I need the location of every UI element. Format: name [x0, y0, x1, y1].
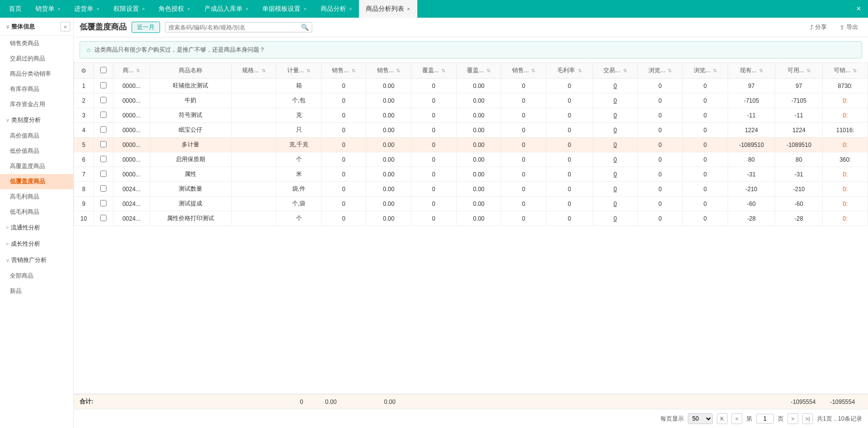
row-transaction[interactable]: 0 [593, 138, 638, 152]
row-transaction[interactable]: 0 [593, 93, 638, 108]
sidebar-item-all-goods[interactable]: 全部商品 [0, 268, 73, 284]
row-checkbox-cell[interactable] [94, 182, 113, 197]
col-sales-qty[interactable]: 销售... ⇅ [321, 63, 366, 79]
row-checkbox-cell[interactable] [94, 138, 113, 152]
transaction-link[interactable]: 0 [614, 83, 617, 89]
nav-tab-purchase[interactable]: 进货单 × [67, 0, 106, 18]
first-page-button[interactable]: K [717, 413, 728, 424]
sidebar-item-low-margin[interactable]: 低毛利商品 [0, 204, 73, 220]
row-transaction[interactable]: 0 [593, 167, 638, 182]
col-views1[interactable]: 浏览... ⇅ [638, 63, 683, 79]
row-checkbox[interactable] [100, 112, 107, 118]
nav-tab-analysis[interactable]: 商品分析 × [314, 0, 359, 18]
col-gross-margin[interactable]: 毛利率 ⇅ [546, 63, 593, 79]
export-button[interactable]: ⇧ 导出 [836, 22, 862, 33]
sidebar-section-circulation[interactable]: > 流通性分析 [0, 220, 73, 236]
close-icon[interactable]: × [187, 6, 190, 12]
transaction-link[interactable]: 0 [614, 215, 617, 222]
sidebar-item-new-goods[interactable]: 新品 [0, 284, 73, 299]
sidebar-section-marketing[interactable]: ∨ 营销推广分析 [0, 252, 73, 268]
close-icon[interactable]: × [142, 6, 145, 12]
sidebar-section-category[interactable]: ∨ 类别度分析 [0, 112, 73, 128]
nav-tab-template[interactable]: 单据模板设置 × [255, 0, 313, 18]
row-transaction[interactable]: 0 [593, 152, 638, 167]
row-checkbox[interactable] [100, 156, 107, 162]
row-checkbox-cell[interactable] [94, 167, 113, 182]
nav-tab-production[interactable]: 产成品入库单 × [197, 0, 255, 18]
col-views2[interactable]: 浏览... ⇅ [683, 63, 728, 79]
transaction-link[interactable]: 0 [614, 112, 617, 119]
row-checkbox[interactable] [100, 185, 107, 192]
transaction-link[interactable]: 0 [614, 171, 617, 178]
close-icon[interactable]: × [407, 6, 410, 12]
search-input[interactable] [168, 24, 299, 31]
row-checkbox-cell[interactable] [94, 197, 113, 211]
page-number-input[interactable] [756, 414, 774, 424]
row-checkbox-cell[interactable] [94, 79, 113, 93]
row-transaction[interactable]: 0 [593, 108, 638, 123]
row-transaction[interactable]: 0 [593, 211, 638, 226]
transaction-link[interactable]: 0 [614, 97, 617, 104]
row-checkbox-cell[interactable] [94, 152, 113, 167]
row-checkbox-cell[interactable] [94, 93, 113, 108]
row-checkbox[interactable] [100, 82, 107, 88]
nav-tab-sales[interactable]: 销货单 × [28, 0, 67, 18]
col-coverage2[interactable]: 覆盖... ⇅ [456, 63, 501, 79]
close-icon[interactable]: × [96, 6, 99, 12]
col-transaction[interactable]: 交易... ⇅ [593, 63, 638, 79]
row-checkbox[interactable] [100, 215, 107, 221]
row-checkbox-cell[interactable] [94, 123, 113, 138]
row-checkbox[interactable] [100, 200, 107, 206]
col-sales-rate[interactable]: 销售... ⇅ [501, 63, 546, 79]
next-page-button[interactable]: > [787, 413, 798, 424]
col-coverage1[interactable]: 覆盖... ⇅ [411, 63, 457, 79]
row-transaction[interactable]: 0 [593, 197, 638, 211]
nav-tab-permission[interactable]: 权限设置 × [107, 0, 152, 18]
sidebar-section-growth[interactable]: > 成长性分析 [0, 236, 73, 252]
row-checkbox[interactable] [100, 97, 107, 103]
sidebar-collapse-button[interactable]: « [60, 22, 70, 31]
close-icon[interactable]: × [303, 6, 306, 12]
col-code[interactable]: 商... ⇅ [113, 63, 150, 79]
sidebar-item-high-coverage[interactable]: 高覆盖度商品 [0, 159, 73, 174]
row-checkbox[interactable] [100, 126, 107, 133]
row-checkbox[interactable] [100, 171, 107, 177]
prev-page-button[interactable]: < [732, 413, 742, 424]
nav-tab-analysis-list[interactable]: 商品分析列表 × [359, 0, 417, 18]
col-checkbox[interactable] [94, 63, 113, 79]
col-sales-amount[interactable]: 销售... ⇅ [366, 63, 411, 79]
row-checkbox[interactable] [100, 141, 107, 147]
sidebar-item-stock-goods[interactable]: 有库存商品 [0, 82, 73, 97]
sidebar-item-high-margin[interactable]: 高毛利商品 [0, 189, 73, 204]
sidebar-item-low-coverage[interactable]: 低覆盖度商品 [0, 174, 73, 189]
last-page-button[interactable]: >| [802, 413, 813, 424]
row-transaction[interactable]: 0 [593, 123, 638, 138]
share-button[interactable]: ⤴ 分享 [806, 22, 831, 33]
sidebar-section-overall[interactable]: ∨ 整体信息 [6, 23, 60, 31]
col-unit[interactable]: 计量... ⇅ [276, 63, 322, 79]
row-transaction[interactable]: 0 [593, 79, 638, 93]
row-checkbox-cell[interactable] [94, 211, 113, 226]
select-all-checkbox[interactable] [100, 67, 107, 73]
col-settings[interactable]: ⚙ [74, 63, 94, 79]
sidebar-item-high-value[interactable]: 高价值商品 [0, 128, 73, 143]
filter-recent-month-button[interactable]: 近一月 [132, 22, 160, 33]
sidebar-item-low-value[interactable]: 低价值商品 [0, 143, 73, 159]
page-size-select[interactable]: 50 20 100 [688, 413, 713, 424]
close-icon[interactable]: × [245, 6, 248, 12]
row-checkbox-cell[interactable] [94, 108, 113, 123]
transaction-link[interactable]: 0 [614, 156, 617, 163]
nav-tab-role[interactable]: 角色授权 × [152, 0, 197, 18]
sidebar-item-sales-goods[interactable]: 销售类商品 [0, 36, 73, 51]
sidebar-item-category-rate[interactable]: 商品分类动销率 [0, 66, 73, 82]
close-icon[interactable]: × [349, 6, 352, 12]
row-transaction[interactable]: 0 [593, 182, 638, 197]
nav-tab-home[interactable]: 首页 [2, 0, 28, 18]
transaction-link[interactable]: 0 [614, 127, 617, 134]
sidebar-item-traded-goods[interactable]: 交易过的商品 [0, 51, 73, 66]
window-close-button[interactable]: × [851, 1, 866, 16]
col-sellable[interactable]: 可销... ⇅ [823, 63, 868, 79]
col-available-stock[interactable]: 可用... ⇅ [775, 63, 823, 79]
close-icon[interactable]: × [57, 6, 60, 12]
transaction-link[interactable]: 0 [614, 186, 617, 193]
